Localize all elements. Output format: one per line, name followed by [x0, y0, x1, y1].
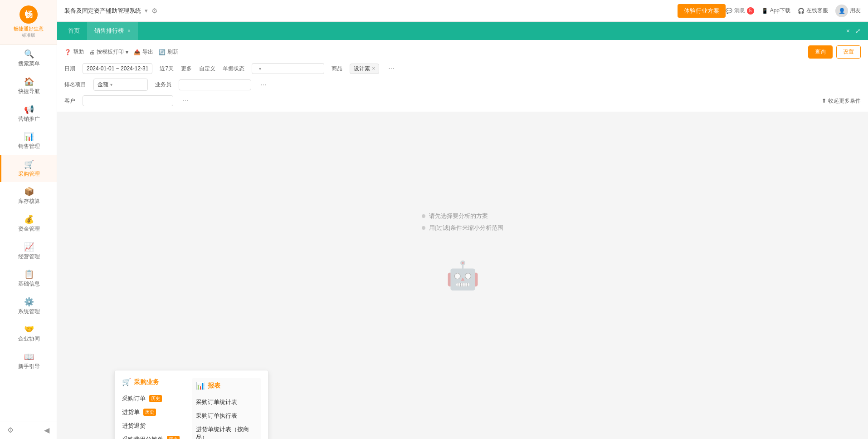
date-preset-7days[interactable]: 近7天	[160, 65, 174, 73]
ranking-select[interactable]: 金额 ▾	[93, 79, 148, 91]
date-preset-more[interactable]: 更多	[181, 65, 192, 73]
purchase-receipt-history: 历史	[143, 409, 156, 416]
query-actions: 查询 设置	[808, 45, 861, 59]
order-status-select[interactable]: ▾	[252, 63, 324, 74]
logo-badge: 标准版	[22, 32, 35, 39]
purchase-report-col: 📊 报表 采购订单统计表 采购订单执行表 进货单统计表（按商品） 进货单统计表（…	[192, 378, 261, 439]
empty-tip-1: 请先选择要分析的方案	[422, 212, 488, 220]
app-download-action[interactable]: 📱 App下载	[761, 7, 790, 15]
topbar-actions: 💬 消息 5 📱 App下载 🎧 在线客服 👤 用友	[726, 5, 861, 17]
message-action[interactable]: 💬 消息 5	[726, 7, 754, 15]
search-nav-icon: 🔍	[24, 49, 34, 59]
filter-row-3: 客户 ··· ⬆ 收起更多条件	[64, 95, 861, 106]
purchase-expense-item[interactable]: 采购费用分摊单 历史	[122, 433, 183, 439]
purchase-return-label: 进货退货	[122, 422, 146, 430]
filter-row-2: 排名项目 金额 ▾ 业务员 ···	[64, 79, 861, 91]
purchase-business-title: 🛒 采购业务	[122, 378, 183, 386]
customer-dots[interactable]: ···	[182, 97, 188, 105]
empty-tips: 请先选择要分析的方案 用[过滤]条件来缩小分析范围	[422, 212, 503, 232]
content-area: ❓ 帮助 🖨 按模板打印 ▾ 📤 导出 🔄 刷新	[57, 40, 868, 439]
date-preset-custom[interactable]: 自定义	[199, 65, 215, 73]
online-service-action[interactable]: 🎧 在线客服	[798, 7, 828, 15]
industry-solution-button[interactable]: 体验行业方案	[678, 4, 726, 18]
purchase-order-item[interactable]: 采购订单 历史	[122, 392, 183, 405]
sidebar-nav: 🔍 搜索菜单 🏠 快捷导航 📢 营销推广 📊 销售管理 🛒 采购管理 📦 库存核…	[0, 44, 57, 421]
purchase-report-title: 📊 报表	[196, 381, 257, 390]
goods-label: 商品	[332, 65, 342, 73]
sidebar-item-sales[interactable]: 📊 销售管理	[0, 127, 57, 155]
sales-nav-icon: 📊	[24, 132, 34, 142]
footer-collapse-icon[interactable]: ◀	[44, 426, 49, 434]
sidebar-label-search: 搜索菜单	[18, 60, 40, 68]
inventory-nav-icon: 📦	[24, 187, 34, 197]
purchase-dropdown-menu: 🛒 采购业务 采购订单 历史 进货单 历史 进货退货 采购费用分摊单 历史	[114, 370, 268, 439]
topbar-dropdown-arrow[interactable]: ▾	[145, 7, 148, 14]
tab-sales-ranking[interactable]: 销售排行榜 ×	[87, 22, 138, 40]
date-range-select[interactable]: 2024-01-01 ~ 2024-12-31	[83, 63, 152, 74]
query-button[interactable]: 查询	[808, 45, 833, 59]
sidebar-item-operation[interactable]: 📈 经营管理	[0, 237, 57, 265]
tab-home[interactable]: 首页	[61, 22, 87, 40]
sidebar-item-search[interactable]: 🔍 搜索菜单	[0, 44, 57, 72]
user-action[interactable]: 👤 用友	[835, 5, 861, 17]
purchase-order-label: 采购订单	[122, 395, 146, 403]
collapse-button[interactable]: ⬆ 收起更多条件	[822, 97, 861, 105]
sidebar-item-enterprise[interactable]: 🤝 企业协同	[0, 320, 57, 347]
main-content: 装备及固定资产辅助管理系统 ▾ ⚙ 体验行业方案 💬 消息 5 📱 App下载 …	[57, 0, 868, 439]
filter-bar: ❓ 帮助 🖨 按模板打印 ▾ 📤 导出 🔄 刷新	[57, 40, 868, 112]
footer-settings-icon[interactable]: ⚙	[7, 426, 14, 434]
purchase-expense-history: 历史	[167, 436, 180, 439]
help-action[interactable]: ❓ 帮助	[64, 48, 84, 56]
sidebar-label-operation: 经营管理	[18, 253, 40, 261]
sidebar-label-basic-info: 基础信息	[18, 281, 40, 288]
goods-tag-close[interactable]: ×	[372, 65, 375, 72]
collapse-icon: ⬆	[822, 98, 826, 104]
refresh-action[interactable]: 🔄 刷新	[159, 48, 178, 56]
purchase-order-exec-item[interactable]: 采购订单执行表	[196, 409, 257, 423]
print-icon: 🖨	[89, 49, 95, 55]
customer-label: 客户	[64, 97, 75, 105]
finance-nav-icon: 💰	[24, 214, 34, 224]
toolbar-icons: ❓ 帮助 🖨 按模板打印 ▾ 📤 导出 🔄 刷新	[64, 48, 178, 56]
sidebar-item-inventory[interactable]: 📦 库存核算	[0, 182, 57, 210]
sidebar-item-marketing[interactable]: 📢 营销推广	[0, 100, 57, 128]
sidebar-item-basic-info[interactable]: 📋 基础信息	[0, 265, 57, 292]
sidebar-label-enterprise: 企业协同	[18, 335, 40, 343]
print-action[interactable]: 🖨 按模板打印 ▾	[89, 48, 128, 56]
purchase-receipt-label: 进货单	[122, 408, 140, 416]
salesperson-select[interactable]	[179, 79, 251, 90]
sidebar-item-finance[interactable]: 💰 资金管理	[0, 210, 57, 237]
sidebar-label-purchase: 采购管理	[18, 171, 40, 178]
order-status-placeholder	[256, 65, 257, 72]
sidebar-item-system[interactable]: ⚙️ 系统管理	[0, 292, 57, 320]
logo-icon: 畅	[20, 5, 38, 24]
purchase-receipt-stat-item[interactable]: 进货单统计表（按商品）	[196, 423, 257, 439]
salesperson-dots[interactable]: ···	[260, 81, 266, 89]
goods-more-dots[interactable]: ···	[388, 64, 394, 73]
settings-button[interactable]: 设置	[836, 45, 861, 59]
marketing-nav-icon: 📢	[24, 104, 34, 114]
system-nav-icon: ⚙️	[24, 297, 34, 307]
order-status-label: 单据状态	[223, 65, 244, 73]
tabbar-controls: × ⤢	[846, 27, 861, 35]
ranking-caret: ▾	[110, 82, 112, 87]
sidebar-label-guide: 新手引导	[18, 363, 40, 370]
sidebar-item-guide[interactable]: 📖 新手引导	[0, 347, 57, 375]
phone-icon: 📱	[761, 8, 768, 14]
sidebar-logo: 畅 畅捷通好生意 标准版	[0, 0, 57, 44]
operation-nav-icon: 📈	[24, 242, 34, 252]
print-dropdown-icon: ▾	[126, 49, 128, 55]
tabbar-close-btn[interactable]: ×	[846, 27, 850, 35]
purchase-order-history: 历史	[149, 395, 162, 402]
tabbar-expand-btn[interactable]: ⤢	[855, 27, 861, 35]
sidebar-item-quick-nav[interactable]: 🏠 快捷导航	[0, 72, 57, 100]
export-action[interactable]: 📤 导出	[134, 48, 153, 56]
sidebar-item-purchase[interactable]: 🛒 采购管理	[0, 155, 57, 183]
tab-close-icon[interactable]: ×	[127, 28, 131, 34]
purchase-order-stat-item[interactable]: 采购订单统计表	[196, 395, 257, 409]
customer-select[interactable]	[83, 95, 173, 106]
refresh-icon: 🔄	[159, 49, 166, 55]
purchase-receipt-item[interactable]: 进货单 历史	[122, 405, 183, 419]
topbar-settings-icon[interactable]: ⚙	[151, 7, 157, 15]
purchase-return-item[interactable]: 进货退货	[122, 419, 183, 433]
